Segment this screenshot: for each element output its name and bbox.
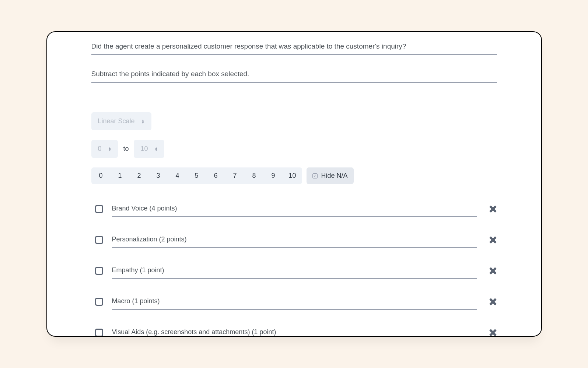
criteria-checkbox[interactable] — [95, 267, 103, 275]
range-from-value: 0 — [98, 145, 102, 153]
scale-cell-3[interactable]: 3 — [149, 167, 168, 184]
scale-cell-0[interactable]: 0 — [91, 167, 111, 184]
updown-icon: ▲▼ — [141, 119, 145, 124]
criteria-input[interactable] — [112, 232, 477, 248]
remove-icon[interactable] — [489, 236, 497, 244]
criteria-checkbox[interactable] — [95, 298, 103, 306]
criteria-input[interactable] — [112, 325, 477, 337]
remove-icon[interactable] — [489, 329, 497, 337]
hide-na-toggle[interactable]: ✓ Hide N/A — [307, 167, 354, 184]
scale-type-label: Linear Scale — [98, 117, 135, 125]
scale-cell-5[interactable]: 5 — [187, 167, 206, 184]
question-input[interactable] — [91, 39, 497, 55]
range-to-label: to — [123, 145, 129, 153]
range-to-value: 10 — [140, 145, 148, 153]
criteria-input[interactable] — [112, 294, 477, 310]
scale-cell-6[interactable]: 6 — [206, 167, 225, 184]
criteria-checkbox[interactable] — [95, 205, 103, 213]
scale-cell-7[interactable]: 7 — [225, 167, 245, 184]
scale-cell-1[interactable]: 1 — [111, 167, 130, 184]
remove-icon[interactable] — [489, 298, 497, 306]
scale-cell-4[interactable]: 4 — [168, 167, 187, 184]
criteria-row — [91, 232, 497, 248]
updown-icon: ▲▼ — [154, 147, 158, 151]
remove-icon[interactable] — [489, 205, 497, 213]
range-to-select[interactable]: 10 ▲▼ — [134, 140, 164, 158]
range-from-select[interactable]: 0 ▲▼ — [91, 140, 118, 158]
criteria-list — [91, 201, 497, 337]
criteria-checkbox[interactable] — [95, 236, 103, 244]
criteria-row — [91, 294, 497, 310]
criteria-row — [91, 325, 497, 337]
criteria-checkbox[interactable] — [95, 329, 103, 337]
range-row: 0 ▲▼ to 10 ▲▼ — [91, 140, 497, 158]
scale-cell-10[interactable]: 10 — [283, 167, 302, 184]
criteria-row — [91, 201, 497, 217]
scale-type-select[interactable]: Linear Scale ▲▼ — [91, 112, 151, 130]
hide-na-label: Hide N/A — [321, 172, 348, 180]
criteria-input[interactable] — [112, 263, 477, 279]
subtitle-input[interactable] — [91, 66, 497, 83]
criteria-row — [91, 263, 497, 279]
scale-cell-8[interactable]: 8 — [245, 167, 264, 184]
checkbox-icon: ✓ — [312, 173, 318, 178]
remove-icon[interactable] — [489, 267, 497, 275]
scale-box: 012345678910 — [91, 167, 302, 184]
scale-cell-9[interactable]: 9 — [264, 167, 283, 184]
scale-cell-2[interactable]: 2 — [130, 167, 149, 184]
criteria-input[interactable] — [112, 201, 477, 217]
scale-row: 012345678910 ✓ Hide N/A — [91, 167, 497, 184]
updown-icon: ▲▼ — [108, 147, 112, 151]
form-card: Linear Scale ▲▼ 0 ▲▼ to 10 ▲▼ 0123456789… — [46, 31, 542, 337]
